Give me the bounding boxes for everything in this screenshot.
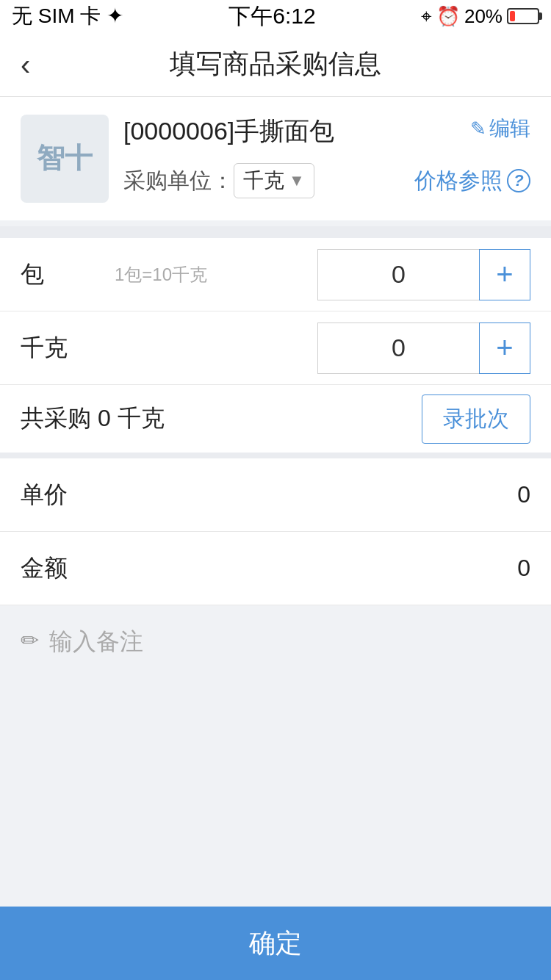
kg-label: 千克 bbox=[21, 332, 109, 364]
product-thumbnail: 智十 bbox=[21, 115, 109, 203]
price-ref-label: 价格参照 bbox=[414, 166, 503, 196]
sim-label: 无 SIM 卡 ✦ bbox=[12, 2, 123, 30]
kg-plus-button[interactable]: + bbox=[479, 323, 530, 374]
edit-label: 编辑 bbox=[489, 115, 530, 143]
page-title: 填写商品采购信息 bbox=[170, 46, 381, 82]
product-name-row: [0000006]手撕面包 ✎ 编辑 bbox=[123, 115, 530, 148]
amount-label: 金额 bbox=[21, 552, 68, 585]
price-ref-help-icon: ? bbox=[507, 169, 530, 192]
kg-input-row: 千克 + bbox=[0, 311, 551, 385]
bag-input-row: 包 1包=10千克 + bbox=[0, 238, 551, 311]
back-button[interactable]: ‹ bbox=[21, 50, 30, 79]
bag-label: 包 bbox=[21, 259, 109, 291]
product-card: 智十 [0000006]手撕面包 ✎ 编辑 采购单位： 千克 ▼ 价格参照 ? bbox=[0, 97, 551, 226]
confirm-button[interactable]: 确定 bbox=[0, 907, 551, 980]
product-unit-row: 采购单位： 千克 ▼ 价格参照 ? bbox=[123, 163, 530, 198]
status-bar-time: 下午6:12 bbox=[228, 1, 315, 32]
bag-sub-label: 1包=10千克 bbox=[115, 263, 317, 287]
price-value: 0 bbox=[517, 481, 530, 508]
input-section: 包 1包=10千克 + 千克 + bbox=[0, 238, 551, 385]
bag-number-input[interactable] bbox=[317, 249, 479, 300]
batch-button[interactable]: 录批次 bbox=[422, 394, 530, 444]
product-name: [0000006]手撕面包 bbox=[123, 115, 334, 148]
location-icon: ⌖ bbox=[421, 5, 432, 28]
edit-icon: ✎ bbox=[470, 118, 486, 140]
summary-row: 共采购 0 千克 录批次 bbox=[0, 385, 551, 458]
kg-input-control: + bbox=[317, 323, 530, 374]
status-bar-left: 无 SIM 卡 ✦ bbox=[12, 2, 123, 30]
remark-placeholder: 输入备注 bbox=[49, 626, 143, 658]
price-ref-button[interactable]: 价格参照 ? bbox=[414, 166, 530, 196]
status-bar: 无 SIM 卡 ✦ 下午6:12 ⌖ ⏰ 20% bbox=[0, 0, 551, 32]
kg-number-input[interactable] bbox=[317, 323, 479, 374]
product-info: [0000006]手撕面包 ✎ 编辑 采购单位： 千克 ▼ 价格参照 ? bbox=[123, 115, 530, 198]
price-row: 单价 0 bbox=[0, 458, 551, 532]
unit-select[interactable]: 千克 ▼ bbox=[234, 163, 314, 198]
price-label: 单价 bbox=[21, 479, 68, 511]
amount-row: 金额 0 bbox=[0, 532, 551, 605]
bag-plus-button[interactable]: + bbox=[479, 249, 530, 300]
remark-section[interactable]: ✏ 输入备注 bbox=[0, 605, 551, 870]
battery-icon bbox=[507, 8, 539, 24]
unit-label: 采购单位： bbox=[123, 166, 234, 196]
status-bar-right: ⌖ ⏰ 20% bbox=[421, 5, 539, 28]
unit-select-arrow-icon: ▼ bbox=[289, 171, 305, 190]
edit-button[interactable]: ✎ 编辑 bbox=[470, 115, 530, 143]
pencil-icon: ✏ bbox=[21, 627, 39, 653]
detail-section: 单价 0 金额 0 bbox=[0, 458, 551, 605]
section-divider-1 bbox=[0, 226, 551, 238]
nav-bar: ‹ 填写商品采购信息 bbox=[0, 32, 551, 97]
battery-percent: 20% bbox=[464, 5, 503, 28]
unit-value: 千克 bbox=[243, 167, 284, 195]
bag-input-control: + bbox=[317, 249, 530, 300]
confirm-button-label: 确定 bbox=[249, 926, 302, 962]
summary-text: 共采购 0 千克 bbox=[21, 403, 165, 435]
alarm-icon: ⏰ bbox=[436, 5, 460, 28]
amount-value: 0 bbox=[517, 555, 530, 582]
product-thumb-logo: 智十 bbox=[37, 142, 93, 176]
